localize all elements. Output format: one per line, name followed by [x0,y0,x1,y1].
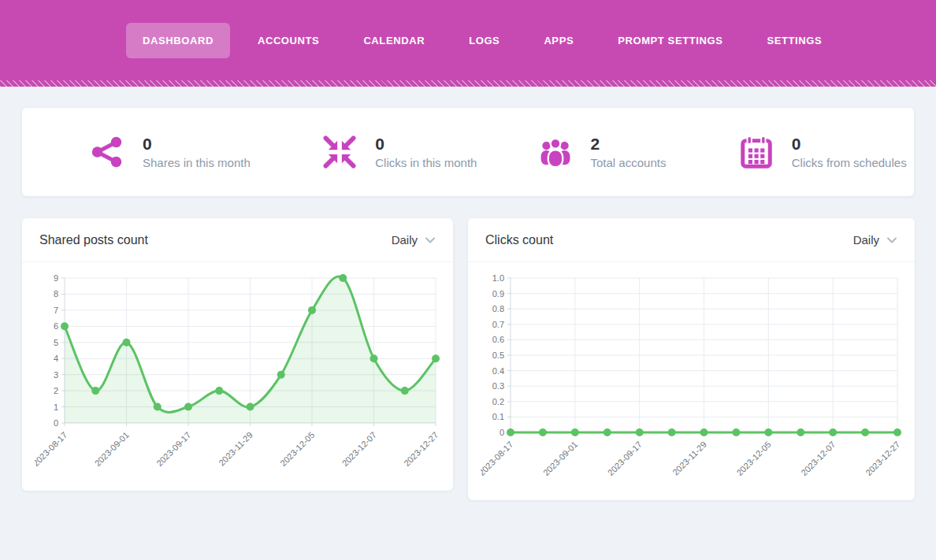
stat-text: 0 Clicks from schedules [792,135,907,169]
stat-value: 0 [375,135,477,154]
stat-label: Total accounts [591,156,667,169]
svg-text:0.6: 0.6 [492,335,504,344]
svg-text:2023-09-01: 2023-09-01 [541,439,579,477]
chart-plot-area: 00.10.20.30.40.50.60.70.80.91.02023-08-1… [468,262,915,500]
svg-text:2023-12-07: 2023-12-07 [340,430,378,468]
nav-item-prompt-settings[interactable]: PROMPT SETTINGS [601,23,739,58]
chart-title: Shared posts count [39,233,148,247]
svg-text:8: 8 [54,289,58,299]
svg-text:2023-12-05: 2023-12-05 [734,439,772,477]
svg-text:0.9: 0.9 [492,289,504,299]
svg-text:0.2: 0.2 [492,397,504,406]
users-icon [537,134,574,170]
stat-label: Clicks from schedules [792,156,907,169]
svg-text:0.1: 0.1 [492,412,504,421]
svg-text:2: 2 [54,386,58,395]
nav-item-accounts[interactable]: ACCOUNTS [241,23,336,58]
nav-item-logs[interactable]: LOGS [452,23,516,58]
svg-text:4: 4 [54,354,58,363]
nav-bar-main: DASHBOARD ACCOUNTS CALENDAR LOGS APPS PR… [0,0,936,80]
svg-text:5: 5 [54,338,58,347]
top-nav-bar: DASHBOARD ACCOUNTS CALENDAR LOGS APPS PR… [0,0,936,87]
chevron-down-icon[interactable] [425,236,436,244]
stat-value: 2 [591,135,667,154]
dashboard-content: 0 Shares in this month 0 Clicks [0,108,936,500]
nav-menu: DASHBOARD ACCOUNTS CALENDAR LOGS APPS PR… [126,23,838,58]
svg-text:0.3: 0.3 [492,381,504,391]
svg-text:2023-12-27: 2023-12-27 [864,439,901,477]
stat-schedule-clicks: 0 Clicks from schedules [713,134,914,170]
chevron-down-icon[interactable] [886,236,897,244]
period-selector[interactable]: Daily [392,233,436,247]
svg-text:2023-09-17: 2023-09-17 [606,439,644,477]
svg-text:0: 0 [500,428,504,437]
period-selector[interactable]: Daily [853,233,897,247]
clicks-chart-card: Clicks count Daily 00.10.20.30.40.50.60.… [468,218,915,500]
stat-text: 0 Clicks in this month [375,135,477,169]
period-selector-value[interactable]: Daily [392,233,418,247]
stat-value: 0 [143,135,251,154]
svg-text:2023-12-27: 2023-12-27 [402,430,440,468]
chart-plot-area: 01234567892023-08-172023-09-012023-09-17… [22,262,453,491]
svg-text:0.7: 0.7 [492,320,504,329]
calendar-icon [738,134,774,170]
stat-value: 0 [792,135,907,154]
stat-text: 2 Total accounts [591,135,667,169]
nav-item-apps[interactable]: APPS [527,23,590,58]
nav-item-settings[interactable]: SETTINGS [750,23,838,58]
shared-posts-line-chart: 01234567892023-08-172023-09-012023-09-17… [35,269,440,480]
svg-text:1: 1 [54,402,58,412]
stat-text: 0 Shares in this month [143,135,251,169]
svg-text:2023-11-29: 2023-11-29 [670,439,708,477]
svg-text:2023-12-05: 2023-12-05 [278,430,316,468]
chart-card-header: Clicks count Daily [468,218,915,262]
svg-text:0.8: 0.8 [492,304,504,313]
svg-text:0.4: 0.4 [492,366,504,376]
share-icon [89,134,125,170]
svg-text:0.5: 0.5 [492,350,504,360]
chart-card-header: Shared posts count Daily [22,218,453,262]
chart-title: Clicks count [485,233,553,247]
svg-text:2023-09-01: 2023-09-01 [93,430,131,468]
stat-label: Shares in this month [143,156,251,169]
svg-text:2023-09-17: 2023-09-17 [154,430,192,468]
svg-text:1.0: 1.0 [492,273,504,283]
stat-label: Clicks in this month [375,156,477,169]
svg-text:2023-12-07: 2023-12-07 [799,439,837,477]
period-selector-value[interactable]: Daily [853,233,879,247]
charts-row: Shared posts count Daily 01234567892023-… [22,218,914,500]
svg-text:3: 3 [54,370,58,380]
svg-text:7: 7 [54,306,58,315]
clicks-line-chart: 00.10.20.30.40.50.60.70.80.91.02023-08-1… [481,269,902,489]
svg-text:2023-08-17: 2023-08-17 [35,430,69,468]
stat-total-accounts: 2 Total accounts [498,134,713,170]
svg-text:0: 0 [54,418,58,428]
svg-text:6: 6 [54,321,58,331]
svg-text:2023-08-17: 2023-08-17 [481,439,514,477]
nav-item-dashboard[interactable]: DASHBOARD [126,23,230,58]
header-striped-border [0,80,936,87]
shared-posts-chart-card: Shared posts count Daily 01234567892023-… [22,218,453,491]
stat-shares: 0 Shares in this month [22,134,265,170]
svg-text:9: 9 [54,273,58,283]
nav-item-calendar[interactable]: CALENDAR [347,23,441,58]
compress-arrows-icon [321,134,358,170]
svg-text:2023-11-29: 2023-11-29 [217,430,254,468]
stat-clicks: 0 Clicks in this month [265,134,497,170]
stats-summary-card: 0 Shares in this month 0 Clicks [22,108,914,196]
